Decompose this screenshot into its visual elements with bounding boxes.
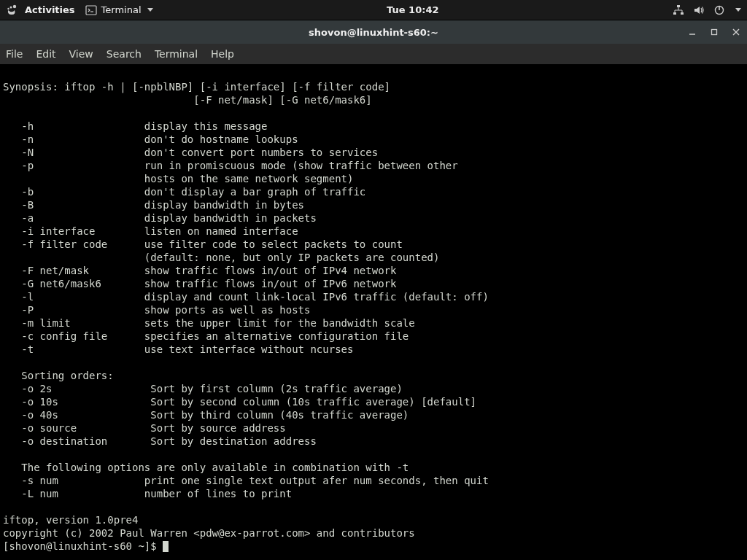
clock[interactable]: Tue 10:42 (153, 4, 673, 15)
activities-button[interactable]: Activities (25, 4, 75, 15)
menu-view[interactable]: View (69, 48, 93, 60)
app-menu-label: Terminal (101, 4, 142, 15)
network-icon[interactable] (673, 4, 684, 16)
window-title: shovon@linuxhint-s60:~ (309, 27, 438, 38)
power-icon[interactable] (713, 4, 725, 16)
gnome-topbar: Activities Terminal Tue 10:42 (0, 0, 747, 20)
volume-icon[interactable] (693, 4, 705, 16)
svg-rect-11 (712, 30, 717, 35)
cursor (163, 541, 169, 552)
svg-rect-5 (677, 5, 680, 7)
menu-help[interactable]: Help (211, 48, 234, 60)
svg-point-1 (10, 6, 12, 8)
terminal-output[interactable]: Synopsis: iftop -h | [-npblNBP] [-i inte… (0, 64, 747, 560)
menubar: File Edit View Search Terminal Help (0, 44, 747, 64)
window-titlebar: shovon@linuxhint-s60:~ (0, 20, 747, 44)
terminal-icon (85, 4, 97, 16)
close-button[interactable] (731, 27, 741, 37)
minimize-button[interactable] (687, 27, 697, 37)
app-menu[interactable]: Terminal (85, 4, 153, 16)
menu-edit[interactable]: Edit (36, 48, 55, 60)
gnome-logo-icon (6, 4, 18, 16)
menu-search[interactable]: Search (107, 48, 142, 60)
menu-file[interactable]: File (6, 48, 23, 60)
maximize-button[interactable] (709, 27, 719, 37)
chevron-down-icon (147, 8, 153, 12)
svg-rect-7 (681, 12, 684, 15)
system-menu-chevron-icon[interactable] (735, 8, 741, 12)
terminal-text: Synopsis: iftop -h | [-npblNBP] [-i inte… (3, 81, 489, 539)
svg-rect-6 (673, 12, 676, 15)
prompt: [shovon@linuxhint-s60 ~]$ (3, 540, 163, 552)
svg-point-0 (13, 4, 16, 7)
svg-rect-3 (86, 6, 96, 15)
menu-terminal[interactable]: Terminal (155, 48, 198, 60)
svg-point-2 (7, 7, 9, 9)
